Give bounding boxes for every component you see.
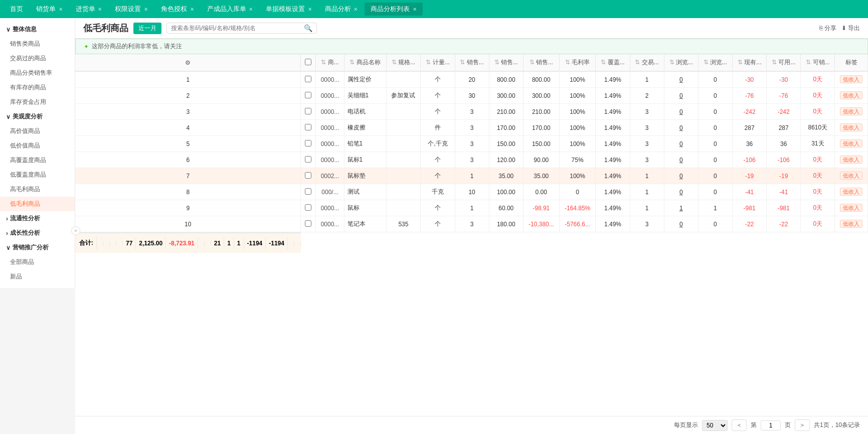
- row-checkbox-5[interactable]: [305, 156, 311, 163]
- sidebar-group-overall[interactable]: ∨ 整体信息: [0, 22, 75, 37]
- td-browse1-3[interactable]: 0: [664, 120, 698, 136]
- row-checkbox-0[interactable]: [305, 76, 311, 82]
- th-gross-margin[interactable]: ⇅ 毛利率: [559, 54, 596, 71]
- sidebar-item-capital[interactable]: 库存资金占用: [0, 95, 75, 109]
- td-checkbox-7[interactable]: [301, 184, 316, 200]
- nav-sales-close[interactable]: ✕: [59, 7, 63, 12]
- th-sales-profit[interactable]: ⇅ 销售...: [523, 54, 559, 71]
- td-browse1-8[interactable]: 1: [664, 200, 698, 216]
- td-browse1-5[interactable]: 0: [664, 152, 698, 168]
- row-checkbox-8[interactable]: [305, 204, 311, 211]
- nav-sales[interactable]: 销货单 ✕: [30, 3, 69, 16]
- td-browse1-7[interactable]: 0: [664, 184, 698, 200]
- row-checkbox-2[interactable]: [305, 108, 311, 114]
- th-tag[interactable]: 标签: [835, 54, 868, 71]
- td-sales-price-4: 150.00: [489, 136, 523, 152]
- td-browse1-2[interactable]: 0: [664, 104, 698, 120]
- td-checkbox-9[interactable]: [301, 216, 316, 232]
- sidebar-item-high-margin[interactable]: 高毛利商品: [0, 182, 75, 197]
- td-gross-margin-7: 0: [559, 184, 596, 200]
- row-checkbox-9[interactable]: [305, 220, 311, 227]
- row-checkbox-3[interactable]: [305, 124, 311, 130]
- filter-recent-month-btn[interactable]: 近一月: [133, 23, 161, 34]
- nav-permission[interactable]: 权限设置 ✕: [109, 3, 154, 16]
- td-checkbox-5[interactable]: [301, 152, 316, 168]
- nav-product-entry[interactable]: 产成品入库单 ✕: [201, 3, 259, 16]
- nav-goods-analysis-list-close[interactable]: ✕: [413, 7, 417, 12]
- td-checkbox-4[interactable]: [301, 136, 316, 152]
- nav-goods-analysis-list[interactable]: 商品分析列表 ✕: [365, 3, 423, 16]
- sidebar-item-category-rate[interactable]: 商品分类销售率: [0, 66, 75, 80]
- export-btn[interactable]: ⬇ 导出: [841, 24, 860, 33]
- row-checkbox-4[interactable]: [305, 140, 311, 147]
- th-code[interactable]: ⇅ 商...: [316, 54, 344, 71]
- select-all-checkbox[interactable]: [305, 59, 311, 65]
- td-browse1-9[interactable]: 0: [664, 216, 698, 232]
- nav-role[interactable]: 角色授权 ✕: [155, 3, 200, 16]
- th-browse1[interactable]: ⇅ 浏览...: [664, 54, 698, 71]
- td-name-1: 吴细细1: [344, 88, 386, 104]
- nav-product-entry-close[interactable]: ✕: [249, 7, 253, 12]
- sidebar-collapse-btn[interactable]: «: [71, 226, 80, 235]
- th-transaction[interactable]: ⇅ 交易...: [630, 54, 664, 71]
- per-page-select[interactable]: 20 50 100: [702, 420, 728, 431]
- th-unit[interactable]: ⇅ 计量...: [421, 54, 455, 71]
- nav-goods-analysis[interactable]: 商品分析 ✕: [319, 3, 364, 16]
- sidebar-item-high-coverage[interactable]: 高覆盖度商品: [0, 153, 75, 168]
- row-checkbox-6[interactable]: [305, 172, 311, 179]
- sidebar-item-low-value[interactable]: 低价值商品: [0, 138, 75, 153]
- nav-purchase[interactable]: 进货单 ✕: [70, 3, 108, 16]
- th-name[interactable]: ⇅ 商品名称: [344, 54, 386, 71]
- td-checkbox-2[interactable]: [301, 104, 316, 120]
- sidebar-group-marketing[interactable]: ∨ 营销推广分析: [0, 240, 75, 255]
- search-icon[interactable]: 🔍: [304, 24, 312, 32]
- sidebar-group-growth[interactable]: › 成长性分析: [0, 226, 75, 240]
- nav-home[interactable]: 首页: [4, 3, 29, 16]
- sidebar-item-new-goods[interactable]: 新品: [0, 269, 75, 284]
- nav-template[interactable]: 单据模板设置 ✕: [260, 3, 318, 16]
- sort-icon-10: ⇅: [635, 59, 640, 66]
- row-checkbox-1[interactable]: [305, 92, 311, 98]
- sidebar-item-low-margin[interactable]: 低毛利商品: [0, 197, 75, 211]
- nav-goods-analysis-close[interactable]: ✕: [354, 7, 358, 12]
- nav-template-close[interactable]: ✕: [308, 7, 312, 12]
- td-checkbox-6[interactable]: [301, 168, 316, 184]
- nav-purchase-close[interactable]: ✕: [98, 7, 102, 12]
- td-browse1-6[interactable]: 0: [664, 168, 698, 184]
- th-checkbox[interactable]: [301, 54, 316, 71]
- td-checkbox-1[interactable]: [301, 88, 316, 104]
- sidebar-group-aesthetic[interactable]: ∨ 美观度分析: [0, 109, 75, 124]
- sidebar-item-stocked-goods[interactable]: 有库存的商品: [0, 80, 75, 95]
- prev-page-btn[interactable]: ＜: [732, 419, 747, 431]
- th-sales-count[interactable]: ⇅ 销售...: [455, 54, 489, 71]
- th-browse2[interactable]: ⇅ 浏览...: [698, 54, 732, 71]
- td-available-7: -41: [767, 184, 801, 200]
- td-browse1-4[interactable]: 0: [664, 136, 698, 152]
- td-checkbox-8[interactable]: [301, 200, 316, 216]
- th-saleable[interactable]: ⇅ 可销...: [801, 54, 835, 71]
- sidebar-item-high-value[interactable]: 高价值商品: [0, 124, 75, 138]
- th-current[interactable]: ⇅ 现有...: [733, 54, 767, 71]
- sidebar-item-sales-goods[interactable]: 销售类商品: [0, 37, 75, 51]
- td-available-8: -981: [767, 200, 801, 216]
- td-browse1-1[interactable]: 0: [664, 88, 698, 104]
- td-checkbox-3[interactable]: [301, 120, 316, 136]
- next-page-btn[interactable]: ＞: [795, 419, 810, 431]
- th-settings[interactable]: ⚙: [75, 54, 301, 71]
- sidebar-item-all-goods[interactable]: 全部商品: [0, 255, 75, 269]
- td-checkbox-0[interactable]: [301, 71, 316, 88]
- nav-permission-close[interactable]: ✕: [144, 7, 148, 12]
- sidebar-item-low-coverage[interactable]: 低覆盖度商品: [0, 168, 75, 182]
- nav-role-close[interactable]: ✕: [190, 7, 194, 12]
- sidebar-group-liquidity[interactable]: › 流通性分析: [0, 211, 75, 226]
- th-coverage[interactable]: ⇅ 覆盖...: [596, 54, 630, 71]
- share-btn[interactable]: ⎘ 分享: [819, 24, 836, 33]
- search-input[interactable]: [171, 25, 304, 32]
- sidebar-item-traded-goods[interactable]: 交易过的商品: [0, 51, 75, 66]
- td-browse1-0[interactable]: 0: [664, 71, 698, 88]
- th-available[interactable]: ⇅ 可用...: [767, 54, 801, 71]
- th-sales-price[interactable]: ⇅ 销售...: [489, 54, 523, 71]
- page-input[interactable]: [761, 420, 781, 430]
- row-checkbox-7[interactable]: [305, 188, 311, 195]
- th-spec[interactable]: ⇅ 规格...: [386, 54, 421, 71]
